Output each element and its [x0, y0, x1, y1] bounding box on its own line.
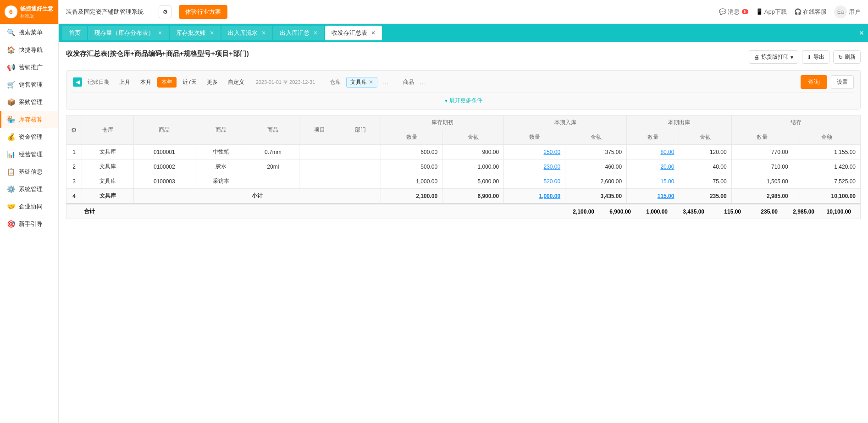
sidebar: 6 畅捷通好生意 标准版 🔍搜索菜单🏠快捷导航📢营销推广🛒销售管理📦采购管理🏪库… — [0, 0, 59, 423]
cell-in-qty[interactable]: 520.00 — [504, 174, 565, 189]
topbar-system-name: 装备及固定资产辅助管理系统 — [66, 8, 144, 16]
print-btn[interactable]: 🖨 拣货版打印 ▾ — [749, 50, 798, 64]
col-goods-code: 商品 — [133, 115, 195, 145]
date-btn-7days[interactable]: 近7天 — [178, 77, 201, 88]
subtotal-open-amt: 6,900.00 — [442, 189, 504, 203]
warehouse-more[interactable]: ... — [383, 78, 388, 86]
tab-inventory-dist[interactable]: 现存量（库存分布表）✕ — [88, 26, 169, 40]
sidebar-icon-inventory: 🏪 — [7, 115, 15, 124]
logo-line2: 标准版 — [20, 13, 53, 19]
refresh-btn[interactable]: ↻ 刷新 — [833, 50, 861, 64]
sidebar-label-finance: 资金管理 — [19, 133, 43, 141]
goods-label: 商品 — [403, 78, 414, 86]
tab-batch[interactable]: 库存批次账✕ — [170, 26, 221, 40]
sidebar-item-inventory[interactable]: 🏪库存核算 — [0, 111, 58, 128]
cell-in-qty[interactable]: 230.00 — [504, 159, 565, 174]
subtotal-close-qty: 2,985.00 — [731, 189, 793, 203]
date-btn-custom[interactable]: 自定义 — [224, 77, 249, 88]
cell-dept — [340, 145, 381, 159]
sidebar-item-basics[interactable]: 📋基础信息 — [0, 163, 58, 181]
sidebar-item-system[interactable]: ⚙️系统管理 — [0, 181, 58, 198]
total-open-qty: 2,100.00 — [562, 209, 599, 215]
sidebar-item-quick-nav[interactable]: 🏠快捷导航 — [0, 41, 58, 59]
tab-close-inventory-dist[interactable]: ✕ — [158, 30, 162, 36]
sidebar-item-search[interactable]: 🔍搜索菜单 — [0, 24, 58, 41]
cell-close-qty: 770.00 — [731, 145, 793, 159]
tab-home[interactable]: 首页 — [62, 26, 87, 40]
date-label: 记账日期 — [88, 78, 110, 86]
app-download[interactable]: 📱 App下载 — [756, 8, 787, 16]
cell-out-qty[interactable]: 15.00 — [627, 174, 679, 189]
cell-out-qty[interactable]: 20.00 — [627, 159, 679, 174]
total-close-qty: 2,985.00 — [782, 209, 819, 215]
col-in-qty: 数量 — [504, 130, 565, 145]
tab-close-batch[interactable]: ✕ — [210, 30, 214, 36]
cell-spec: 0.7mm — [247, 145, 299, 159]
subtotal-out-qty[interactable]: 115.00 — [627, 189, 679, 203]
cell-spec — [247, 174, 299, 189]
date-btn-last-month[interactable]: 上月 — [115, 77, 134, 88]
online-service[interactable]: 🎧 在线客服 — [794, 8, 827, 16]
table-row: 2 文具库 0100002 胶水 20ml 500.00 1,000.00 23… — [66, 159, 861, 174]
sidebar-item-marketing[interactable]: 📢营销推广 — [0, 59, 58, 76]
sidebar-label-search: 搜索菜单 — [19, 28, 43, 37]
sidebar-item-purchase[interactable]: 📦采购管理 — [0, 93, 58, 111]
cell-idx: 3 — [66, 174, 82, 189]
subtotal-row: 4 文具库 小计 2,100.00 6,900.00 1,000.00 3,43… — [66, 189, 861, 203]
user-area[interactable]: Ea 用户 — [834, 5, 861, 18]
subtotal-open-qty: 2,100.00 — [381, 189, 442, 203]
warehouse-tag: 文具库 ✕ — [346, 77, 377, 88]
cell-in-qty[interactable]: 250.00 — [504, 145, 565, 159]
export-btn-label: 导出 — [813, 53, 824, 61]
message-area[interactable]: 💬 消息 6 — [719, 8, 748, 16]
export-btn[interactable]: ⬇ 导出 — [802, 50, 829, 64]
cell-open-qty: 600.00 — [381, 145, 442, 159]
total-in-qty: 1,000.00 — [636, 209, 672, 215]
sidebar-label-purchase: 采购管理 — [19, 98, 43, 106]
col-settings[interactable]: ⚙ — [66, 115, 82, 145]
sidebar-item-guide[interactable]: 🎯新手引导 — [0, 215, 58, 233]
sidebar-item-operations[interactable]: 📊经营管理 — [0, 146, 58, 163]
cell-close-amt: 1,420.00 — [793, 159, 860, 174]
query-btn[interactable]: 查询 — [801, 75, 827, 89]
goods-more[interactable]: ... — [420, 78, 425, 86]
expand-icon: ▾ — [445, 98, 448, 104]
date-btn-this-month[interactable]: 本月 — [136, 77, 155, 88]
cell-out-qty[interactable]: 80.00 — [627, 145, 679, 159]
tab-close-inout-flow[interactable]: ✕ — [261, 30, 266, 36]
cell-code: 0100002 — [133, 159, 195, 174]
close-all-btn[interactable]: ✕ — [859, 29, 864, 37]
tab-close-receive-summary[interactable]: ✕ — [371, 30, 376, 36]
sidebar-item-finance[interactable]: 💰资金管理 — [0, 128, 58, 146]
warehouse-tag-close[interactable]: ✕ — [369, 79, 373, 85]
topbar-settings-btn[interactable]: ⚙ — [159, 5, 171, 18]
cell-idx: 2 — [66, 159, 82, 174]
cell-in-amt: 2,600.00 — [565, 174, 627, 189]
tab-close-inout-summary[interactable]: ✕ — [313, 30, 318, 36]
tab-label-home: 首页 — [69, 29, 81, 37]
cell-name: 中性笔 — [195, 145, 247, 159]
settings-btn[interactable]: 设置 — [831, 75, 854, 89]
expand-more-btn[interactable]: ▾ 展开更多条件 — [73, 93, 854, 104]
headset-icon: 🎧 — [794, 8, 802, 15]
collapse-arrow[interactable]: ◀ — [73, 77, 82, 87]
filter-area: ◀ 记账日期 上月 本月 本年 近7天 更多 自定义 2023-01-01 至 … — [66, 70, 861, 110]
subtotal-in-qty[interactable]: 1,000.00 — [504, 189, 565, 203]
tab-receive-summary[interactable]: 收发存汇总表✕ — [325, 26, 382, 40]
sidebar-label-basics: 基础信息 — [19, 168, 43, 176]
app-download-label: App下载 — [764, 8, 787, 16]
date-btn-more[interactable]: 更多 — [203, 77, 222, 88]
cell-code: 0100003 — [133, 174, 195, 189]
print-btn-label: 拣货版打印 — [761, 53, 789, 61]
refresh-icon: ↻ — [838, 54, 843, 60]
experience-btn[interactable]: 体验行业方案 — [179, 5, 227, 19]
date-btn-this-year[interactable]: 本年 — [157, 77, 177, 88]
tab-inout-flow[interactable]: 出入库流水✕ — [221, 26, 272, 40]
message-icon: 💬 — [719, 8, 726, 15]
col-out-amt: 金额 — [679, 130, 731, 145]
cell-open-qty: 500.00 — [381, 159, 442, 174]
sidebar-item-sales[interactable]: 🛒销售管理 — [0, 76, 58, 93]
tab-inout-summary[interactable]: 出入库汇总✕ — [273, 26, 324, 40]
sidebar-label-enterprise: 企业协同 — [19, 203, 43, 211]
sidebar-item-enterprise[interactable]: 🤝企业协同 — [0, 198, 58, 215]
